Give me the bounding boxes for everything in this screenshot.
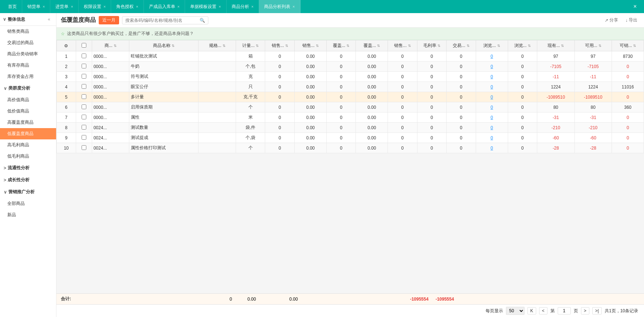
sidebar-item-category-turnover[interactable]: 商品分类动销率 (0, 48, 56, 60)
sidebar-item-new-products[interactable]: 新品 (0, 209, 56, 221)
cell-browse1[interactable]: 0 (476, 72, 508, 82)
nav-purchase-order[interactable]: 进货单 × (50, 0, 78, 13)
row-checkbox[interactable] (82, 64, 86, 68)
sidebar-collapse-button[interactable]: « (45, 15, 53, 23)
page-number-input[interactable] (558, 307, 571, 314)
sidebar-section-marketing[interactable]: ∨ 营销推广分析 (0, 186, 56, 198)
cell-check[interactable] (76, 82, 92, 92)
row-checkbox[interactable] (82, 125, 86, 130)
close-icon[interactable]: × (219, 4, 221, 9)
sidebar-section-overall[interactable]: ∨ 整体信息 (3, 16, 25, 23)
search-icon[interactable]: 🔍 (200, 18, 205, 23)
info-icon: ☆ (61, 31, 65, 36)
sidebar-section-cluster[interactable]: ∨ 类群度分析 (0, 82, 56, 94)
col-header-browse1[interactable]: 浏览... ⇅ (476, 40, 508, 51)
sidebar-item-high-coverage[interactable]: 高覆盖度商品 (0, 117, 56, 128)
nav-permission-settings[interactable]: 权限设置 × (79, 0, 111, 13)
cell-check[interactable] (76, 51, 92, 62)
cell-unit: 袋,件 (236, 123, 265, 133)
next-page-button[interactable]: > (581, 307, 589, 314)
col-header-gross[interactable]: 毛利率 ⇅ (417, 40, 447, 51)
row-checkbox[interactable] (82, 84, 86, 89)
close-icon[interactable]: × (177, 4, 180, 9)
sidebar-item-stocked-products[interactable]: 有库存商品 (0, 60, 56, 71)
col-header-unit[interactable]: 计量... ⇅ (236, 40, 265, 51)
col-header-cover1[interactable]: 覆盖... ⇅ (326, 40, 356, 51)
select-all-checkbox[interactable] (82, 43, 86, 48)
close-icon[interactable]: × (71, 4, 73, 9)
row-checkbox[interactable] (82, 54, 86, 58)
col-code-label: 商... (105, 43, 113, 48)
cell-browse1[interactable]: 0 (476, 102, 508, 112)
col-header-stock2[interactable]: 可用... ⇅ (574, 40, 612, 51)
col-header-sellable[interactable]: 可销... ⇅ (612, 40, 644, 51)
col-header-sales-amt[interactable]: 销售... ⇅ (294, 40, 326, 51)
col-header-name[interactable]: 商品名称 ⇅ (129, 40, 199, 51)
cell-browse1[interactable]: 0 (476, 82, 508, 92)
cell-browse1[interactable]: 0 (476, 112, 508, 123)
cell-check[interactable] (76, 143, 92, 153)
col-header-code[interactable]: 商... ⇅ (92, 40, 129, 51)
nav-product-inbound[interactable]: 产成品入库单 × (144, 0, 185, 13)
cell-check[interactable] (76, 62, 92, 72)
window-close-button[interactable]: × (629, 0, 641, 13)
cell-browse1[interactable]: 0 (476, 62, 508, 72)
sidebar-item-low-margin[interactable]: 低毛利商品 (0, 151, 56, 162)
sidebar-item-high-value[interactable]: 高价值商品 (0, 94, 56, 106)
sidebar-section-growth[interactable]: > 成长性分析 (0, 174, 56, 186)
export-button[interactable]: ↓ 导出 (623, 16, 640, 24)
sidebar-item-low-coverage[interactable]: 低覆盖度商品 (0, 128, 56, 139)
cell-browse1[interactable]: 0 (476, 92, 508, 102)
table-row: 7 0000... 属性 米 0 0.00 0 0.00 0 0 0 0 0 -… (57, 112, 644, 123)
col-header-spec[interactable]: 规格... ⇅ (199, 40, 236, 51)
cell-browse1[interactable]: 0 (476, 133, 508, 143)
cell-check[interactable] (76, 102, 92, 112)
sidebar-item-inventory-capital[interactable]: 库存资金占用 (0, 71, 56, 82)
cell-browse1[interactable]: 0 (476, 51, 508, 62)
cell-check[interactable] (76, 112, 92, 123)
cell-browse1[interactable]: 0 (476, 143, 508, 153)
row-checkbox[interactable] (82, 104, 86, 109)
close-icon[interactable]: × (292, 4, 295, 9)
cell-check[interactable] (76, 133, 92, 143)
row-checkbox[interactable] (82, 145, 86, 150)
prev-page-button[interactable]: < (539, 307, 547, 314)
row-checkbox[interactable] (82, 115, 86, 119)
col-header-stock1[interactable]: 现有... ⇅ (537, 40, 574, 51)
col-header-browse2[interactable]: 浏览... ⇅ (508, 40, 537, 51)
sidebar-item-traded-products[interactable]: 交易过的商品 (0, 37, 56, 48)
sidebar-item-all-products[interactable]: 全部商品 (0, 198, 56, 209)
sidebar-item-high-margin[interactable]: 高毛利商品 (0, 139, 56, 151)
nav-product-analysis-list[interactable]: 商品分析列表 × (259, 0, 300, 13)
sidebar-item-sales-products[interactable]: 销售类商品 (0, 26, 56, 37)
last-page-button[interactable]: >| (592, 307, 602, 314)
col-header-cover2[interactable]: 覆盖... ⇅ (356, 40, 388, 51)
col-header-sales2[interactable]: 销售... ⇅ (388, 40, 417, 51)
col-header-sales-num[interactable]: 销售... ⇅ (265, 40, 295, 51)
row-checkbox[interactable] (82, 74, 86, 79)
cell-check[interactable] (76, 92, 92, 102)
close-icon[interactable]: × (103, 4, 106, 9)
sidebar-section-liquidity[interactable]: > 流通性分析 (0, 162, 56, 174)
search-input[interactable] (125, 18, 198, 23)
nav-role-auth[interactable]: 角色授权 × (111, 0, 144, 13)
row-checkbox[interactable] (82, 135, 86, 140)
page-size-select[interactable]: 50 100 200 (506, 307, 525, 315)
close-icon[interactable]: × (136, 4, 138, 9)
settings-icon[interactable]: ⚙ (64, 43, 68, 48)
cell-check[interactable] (76, 72, 92, 82)
date-filter-button[interactable]: 近一月 (99, 16, 119, 24)
share-button[interactable]: ↗ 分享 (602, 16, 620, 24)
cell-browse1[interactable]: 0 (476, 123, 508, 133)
nav-sales-order[interactable]: 销货单 × (22, 0, 50, 13)
nav-template-settings[interactable]: 单据模板设置 × (185, 0, 226, 13)
nav-home[interactable]: 首页 (3, 0, 22, 13)
close-icon[interactable]: × (251, 4, 254, 9)
col-header-trade[interactable]: 交易... ⇅ (447, 40, 476, 51)
close-icon[interactable]: × (43, 4, 45, 9)
cell-check[interactable] (76, 123, 92, 133)
nav-product-analysis[interactable]: 商品分析 × (227, 0, 259, 13)
sidebar-item-low-value[interactable]: 低价值商品 (0, 106, 56, 117)
first-page-button[interactable]: K (527, 307, 536, 314)
row-checkbox[interactable] (82, 94, 86, 99)
